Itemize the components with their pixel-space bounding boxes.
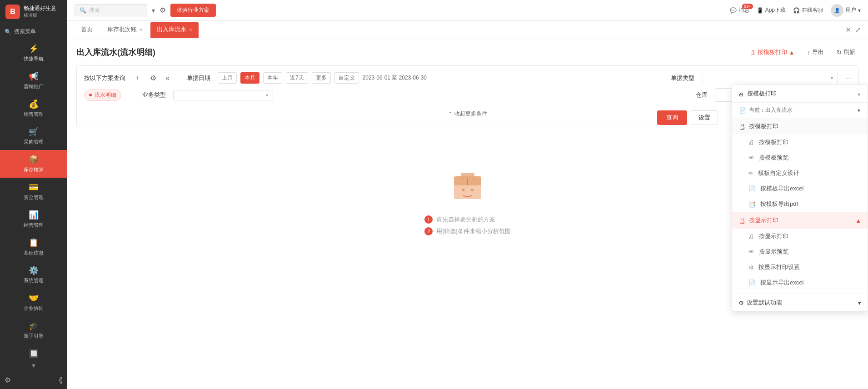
business-type-select[interactable]: ▾	[173, 90, 273, 100]
template-customize-item[interactable]: ✏ 模板自定义设计	[732, 165, 868, 181]
empty-illustration	[440, 163, 495, 208]
purchase-icon: 🛒	[29, 127, 39, 137]
date-btn-custom[interactable]: 自定义	[334, 72, 359, 84]
template-export-excel-item[interactable]: 📄 按模板导出excel	[732, 181, 868, 196]
tab-flow-close[interactable]: ×	[189, 27, 192, 32]
collapse-label: 收起更多条件	[454, 110, 487, 118]
display-sub-items: 🖨 按显示打印 👁 按显示预览 ⚙ 按显示打印设置	[732, 229, 868, 294]
display-print-settings-item[interactable]: ⚙ 按显示打印设置	[732, 259, 868, 275]
date-btn-7days[interactable]: 近7天	[286, 72, 308, 84]
dropdown-collapse-icon[interactable]: ▲	[857, 91, 861, 96]
tab-batch-account-close[interactable]: ×	[140, 27, 142, 32]
tab-maximize-icon[interactable]: ⤢	[855, 25, 861, 34]
app-name: 畅捷通好生意	[24, 5, 56, 12]
print-dropdown-icon[interactable]: ▲	[789, 49, 795, 56]
filter-row-1: 按以下方案查询 ＋ ⚙ « 单据日期 上月 本月 本年 近7天 更多 自定义 2…	[84, 72, 851, 84]
username-label: 用户	[845, 6, 856, 14]
template-print-group-header[interactable]: 🖨 按模板打印	[732, 118, 868, 135]
sidebar-item-label: 营销推广	[24, 83, 44, 90]
page-container: 出入库流水(流水明细) 🖨 按模板打印 ▲ ↑ 导出 ↻ 刷新	[67, 39, 868, 389]
tab-batch-account[interactable]: 库存批次账 ×	[101, 22, 149, 38]
template-export-pdf-item[interactable]: 📑 按模板导出pdf	[732, 196, 868, 212]
date-btn-this-year[interactable]: 本年	[263, 72, 282, 84]
current-template-text: 当前：出入库流水	[749, 106, 793, 114]
industry-solution-button[interactable]: 体验行业方案	[170, 4, 216, 17]
topbar-right: 💬 消息 99+ 📱 App下载 🎧 在线客服 👤 用户 ▾	[730, 4, 861, 17]
display-export-excel-item[interactable]: 📄 按显示导出excel	[732, 275, 868, 290]
sidebar-item-operation[interactable]: 📊 经营管理	[0, 205, 67, 233]
app-center-icon: 🔲	[29, 349, 39, 359]
sidebar-search[interactable]: 🔍 搜索菜单	[0, 24, 67, 39]
quick-nav-icon: ⚡	[29, 44, 39, 54]
display-group-icon: 🖨	[738, 217, 745, 224]
add-filter-icon[interactable]: ＋	[133, 72, 142, 84]
sidebar-item-guide[interactable]: 🎓 新手引导	[0, 316, 67, 344]
logo-icon: B	[5, 5, 20, 19]
empty-tip-1: 1 请先选择要分析的方案	[424, 215, 510, 224]
print-template-button[interactable]: 🖨 按模板打印 ▲	[746, 46, 798, 58]
collapse-filter-icon[interactable]: «	[165, 73, 170, 83]
settings-icon[interactable]: ⚙	[5, 376, 11, 384]
sidebar-item-sales[interactable]: 💰 销售管理	[0, 95, 67, 122]
display-print-label: 按显示打印	[759, 232, 788, 240]
sidebar-item-basic[interactable]: 📋 基础信息	[0, 233, 67, 261]
operation-icon: 📊	[29, 210, 39, 220]
display-print-group: 🖨 按显示打印 ▲ 🖨 按显示打印 👁	[732, 212, 868, 294]
date-btn-this-month[interactable]: 本月	[240, 72, 259, 84]
display-preview-label: 按显示预览	[759, 248, 788, 256]
online-service-button[interactable]: 🎧 在线客服	[793, 6, 823, 14]
sidebar-item-quick-nav[interactable]: ⚡ 快捷导航	[0, 39, 67, 67]
basic-icon: 📋	[29, 238, 39, 248]
date-btn-last-month[interactable]: 上月	[218, 72, 237, 84]
sidebar-item-finance[interactable]: 💳 资金管理	[0, 178, 67, 205]
topbar-search-box[interactable]: 🔍 搜索	[75, 4, 147, 16]
display-print-item[interactable]: 🖨 按显示打印	[732, 229, 868, 244]
display-preview-item[interactable]: 👁 按显示预览	[732, 244, 868, 259]
empty-tip-2: 2 用[筛选]条件来缩小分析范围	[424, 227, 510, 235]
template-preview-item[interactable]: 👁 按模板预览	[732, 150, 868, 165]
page-title: 出入库流水(流水明细)	[76, 47, 155, 58]
dropdown-footer[interactable]: ⚙ 设置默认功能 ▾	[732, 294, 868, 311]
sidebar-item-system[interactable]: ⚙️ 系统管理	[0, 261, 67, 289]
online-service-label: 在线客服	[802, 6, 823, 14]
mobile-icon: 📱	[757, 7, 763, 14]
app-download-button[interactable]: 📱 App下载	[757, 6, 786, 14]
collapse-icon[interactable]: ⟪	[59, 376, 63, 384]
sidebar-scroll-down[interactable]: ▼	[0, 360, 67, 371]
settings-button[interactable]: 设置	[691, 110, 718, 125]
settings-filter-icon[interactable]: ⚙	[149, 73, 157, 83]
template-print-item[interactable]: 🖨 按模板打印	[732, 135, 868, 150]
sidebar-item-inventory[interactable]: 📦 库存核算	[0, 150, 67, 178]
date-btn-more[interactable]: 更多	[312, 72, 331, 84]
content-area: 出入库流水(流水明细) 🖨 按模板打印 ▲ ↑ 导出 ↻ 刷新	[67, 39, 868, 389]
message-icon: 💬	[730, 7, 737, 14]
display-export-pdf-item[interactable]: 📑 按显示导出pdf	[732, 290, 868, 294]
printer-header-icon: 🖨	[738, 90, 744, 97]
message-button[interactable]: 💬 消息 99+	[730, 6, 749, 14]
display-print-group-header[interactable]: 🖨 按显示打印 ▲	[732, 212, 868, 229]
sidebar-item-label: 系统管理	[24, 277, 44, 284]
sidebar-item-app-center[interactable]: 🔲 应用中心	[0, 344, 67, 360]
tab-home[interactable]: 首页	[75, 22, 99, 38]
bill-type-more-icon[interactable]: ···	[845, 74, 851, 82]
bill-type-select[interactable]: ▾	[702, 73, 838, 83]
export-button[interactable]: ↑ 导出	[804, 46, 828, 58]
topbar-settings-icon[interactable]: ⚙	[160, 6, 166, 15]
tab-home-label: 首页	[81, 25, 93, 34]
sidebar-item-marketing[interactable]: 📢 营销推广	[0, 67, 67, 95]
current-template: 📄 当前：出入库流水 ▾	[732, 103, 868, 118]
flow-detail-tag[interactable]: 流水明细	[84, 90, 121, 101]
sidebar-item-cooperation[interactable]: 🤝 企业协同	[0, 289, 67, 316]
tab-flow[interactable]: 出入库流水 ×	[150, 22, 198, 38]
tab-close-all-icon[interactable]: ✕	[845, 25, 851, 34]
refresh-button[interactable]: ↻ 刷新	[833, 46, 859, 58]
sidebar-footer: ⚙ ⟪	[0, 371, 67, 389]
user-avatar[interactable]: 👤 用户 ▾	[831, 4, 861, 17]
template-export-excel-label: 按模板导出excel	[760, 185, 803, 193]
topbar-dropdown-icon[interactable]: ▾	[152, 7, 155, 14]
tab-batch-account-label: 库存批次账	[107, 25, 137, 34]
sidebar-item-label: 资金管理	[24, 194, 44, 201]
current-template-arrow[interactable]: ▾	[858, 107, 860, 114]
query-button[interactable]: 查询	[657, 110, 687, 125]
sidebar-item-purchase[interactable]: 🛒 采购管理	[0, 122, 67, 150]
